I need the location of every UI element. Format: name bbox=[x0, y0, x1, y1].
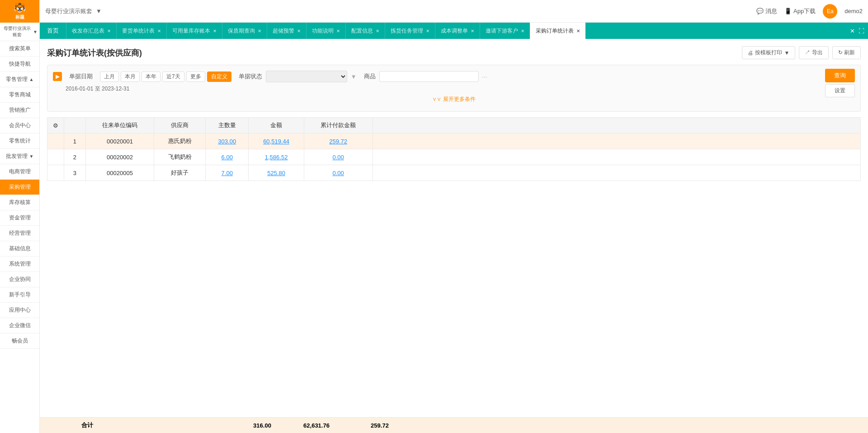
tab-overstock-warning[interactable]: 超储预警 ✕ bbox=[267, 23, 306, 39]
org-display: 母婴行业演示账套 bbox=[45, 7, 92, 15]
close-icon[interactable]: ✕ bbox=[426, 29, 429, 33]
print-button[interactable]: 🖨 按模板打印 ▼ bbox=[742, 46, 795, 59]
goods-input[interactable] bbox=[379, 71, 479, 82]
close-icon[interactable]: ✕ bbox=[521, 29, 524, 33]
tab-collection-summary[interactable]: 收发存汇总表 ✕ bbox=[66, 23, 116, 39]
close-icon[interactable]: ✕ bbox=[376, 29, 379, 33]
row-amount-cell[interactable]: 1,586.52 bbox=[249, 149, 304, 165]
tab-function-desc[interactable]: 功能说明 ✕ bbox=[306, 23, 345, 39]
close-icon[interactable]: ✕ bbox=[297, 29, 301, 33]
sidebar-item-marketing[interactable]: 营销推广 bbox=[0, 103, 39, 118]
sidebar-item-search[interactable]: 搜索英单 bbox=[0, 41, 39, 57]
sidebar-item-member[interactable]: 会员中心 bbox=[0, 118, 39, 133]
date-this-month[interactable]: 本月 bbox=[121, 71, 140, 82]
app-download-btn[interactable]: 📱 App下载 bbox=[784, 7, 816, 15]
row-qty-cell[interactable]: 6.00 bbox=[205, 149, 249, 165]
status-select[interactable] bbox=[266, 71, 347, 82]
date-more[interactable]: 更多 bbox=[186, 71, 205, 82]
tab-invite-customer[interactable]: 邀请下游客户 ✕ bbox=[480, 23, 530, 39]
sidebar-item-ecommerce[interactable]: 电商管理 bbox=[0, 164, 39, 180]
sidebar-item-finance[interactable]: 资金管理 bbox=[0, 210, 39, 226]
sidebar-item-membership[interactable]: 畅会员 bbox=[0, 333, 39, 349]
print-dropdown-icon: ▼ bbox=[784, 50, 789, 56]
close-icon[interactable]: ✕ bbox=[258, 29, 261, 33]
table-row: 2 00020002 飞鹤奶粉 6.00 1,586.52 0.00 bbox=[47, 149, 861, 165]
sidebar-item-quick-nav[interactable]: 快捷导航 bbox=[0, 57, 39, 72]
col-qty-header: 主数量 bbox=[205, 118, 249, 133]
close-icon[interactable]: ✕ bbox=[157, 29, 161, 33]
tab-close-all-icon[interactable]: ✕ bbox=[850, 28, 855, 34]
sidebar-item-enterprise[interactable]: 企业协同 bbox=[0, 272, 39, 287]
tab-label: 功能说明 bbox=[312, 27, 334, 35]
tab-picking-task[interactable]: 拣货任务管理 ✕ bbox=[385, 23, 435, 39]
filter-toggle-button[interactable]: ▶ bbox=[53, 72, 62, 81]
tab-label: 拣货任务管理 bbox=[391, 27, 423, 35]
wholesale-arrow-icon: ▼ bbox=[29, 154, 34, 159]
refresh-button[interactable]: ↻ 刷新 bbox=[832, 46, 861, 59]
tab-label: 成本调整单 bbox=[441, 27, 468, 35]
sidebar-item-operation[interactable]: 经营管理 bbox=[0, 226, 39, 241]
row-paid-cell[interactable]: 0.00 bbox=[304, 149, 373, 165]
row-amount-cell[interactable]: 60,519.44 bbox=[249, 133, 304, 149]
close-icon[interactable]: ✕ bbox=[107, 29, 111, 33]
sidebar-item-retail-stat[interactable]: 零售统计 bbox=[0, 133, 39, 149]
row-qty-cell[interactable]: 7.00 bbox=[205, 165, 249, 181]
org-selector[interactable]: 母婴行业演示账套 ▼ bbox=[0, 23, 39, 41]
tab-available-stock[interactable]: 可用量库存账本 ✕ bbox=[166, 23, 222, 39]
date-this-year[interactable]: 本年 bbox=[142, 71, 160, 82]
row-index-cell: 3 bbox=[64, 165, 86, 181]
tab-goods-summary[interactable]: 要货单统计表 ✕ bbox=[116, 23, 166, 39]
filter-row: ▶ 单据日期 上月 本月 本年 近7天 更多 自定义 单据状态 bbox=[53, 71, 855, 82]
date-last-7[interactable]: 近7天 bbox=[162, 71, 184, 82]
table-row: 3 00020005 好孩子 7.00 525.80 0.00 bbox=[47, 165, 861, 181]
sidebar-item-newbie[interactable]: 新手引导 bbox=[0, 287, 39, 303]
footer-paid: 259.72 bbox=[344, 422, 416, 429]
sidebar-item-inventory[interactable]: 库存核算 bbox=[0, 195, 39, 210]
tab-maximize-icon[interactable]: ⛶ bbox=[859, 28, 864, 34]
sidebar-item-purchase[interactable]: 采购管理 bbox=[0, 180, 39, 195]
row-amount-cell[interactable]: 525.80 bbox=[249, 165, 304, 181]
close-icon[interactable]: ✕ bbox=[213, 29, 217, 33]
sidebar-item-wholesale[interactable]: 批发管理 ▼ bbox=[0, 149, 39, 164]
goods-more-icon[interactable]: ··· bbox=[482, 73, 487, 80]
date-last-month[interactable]: 上月 bbox=[100, 71, 119, 82]
tab-expiry-query[interactable]: 保质期查询 ✕ bbox=[222, 23, 267, 39]
expand-more-btn[interactable]: ∨∨ 展开更多条件 bbox=[53, 93, 855, 106]
col-settings-header[interactable]: ⚙ bbox=[47, 118, 64, 133]
close-icon[interactable]: ✕ bbox=[336, 29, 340, 33]
row-index-cell: 2 bbox=[64, 149, 86, 165]
message-btn[interactable]: 💬 消息 bbox=[756, 7, 777, 15]
sidebar-item-label: 零售管理 bbox=[6, 76, 28, 83]
settings-button[interactable]: 设置 bbox=[825, 84, 855, 97]
expand-label: 展开更多条件 bbox=[443, 96, 476, 102]
sidebar-item-app-center[interactable]: 应用中心 bbox=[0, 303, 39, 318]
sidebar-item-basic[interactable]: 基础信息 bbox=[0, 241, 39, 257]
row-qty-cell[interactable]: 303.00 bbox=[205, 133, 249, 149]
tab-home[interactable]: 首页 bbox=[40, 23, 66, 39]
tab-purchase-summary[interactable]: 采购订单统计表 ✕ bbox=[530, 23, 585, 39]
row-paid-cell[interactable]: 259.72 bbox=[304, 133, 373, 149]
sidebar-item-enterprise-wechat[interactable]: 企业微信 bbox=[0, 318, 39, 333]
sidebar-item-label: 零售商城 bbox=[2, 91, 38, 99]
sidebar-item-system[interactable]: 系统管理 bbox=[0, 257, 39, 272]
table-footer: 合计 316.00 62,631.76 259.72 bbox=[40, 417, 868, 433]
date-custom[interactable]: 自定义 bbox=[207, 71, 231, 82]
tab-config-info[interactable]: 配置信息 ✕ bbox=[345, 23, 385, 39]
row-code-cell: 00020005 bbox=[85, 165, 154, 181]
sidebar-item-retail[interactable]: 零售管理 ▲ bbox=[0, 72, 39, 87]
sidebar-item-label: 零售统计 bbox=[2, 137, 38, 145]
close-icon[interactable]: ✕ bbox=[471, 29, 474, 33]
tab-cost-adjust[interactable]: 成本调整单 ✕ bbox=[435, 23, 480, 39]
refresh-icon: ↻ bbox=[838, 49, 843, 56]
app-download-icon: 📱 bbox=[784, 8, 792, 14]
query-button[interactable]: 查询 bbox=[825, 69, 855, 82]
print-label: 按模板打印 bbox=[755, 49, 782, 57]
col-paid-header: 累计付款金额 bbox=[304, 118, 373, 133]
close-icon[interactable]: ✕ bbox=[576, 29, 580, 33]
user-avatar[interactable]: Ea bbox=[823, 4, 837, 19]
settings-icon: ⚙ bbox=[53, 122, 58, 129]
export-button[interactable]: ↗ 导出 bbox=[799, 46, 828, 59]
footer-label: 合计 bbox=[81, 421, 163, 429]
sidebar-item-retail-shop[interactable]: 零售商城 bbox=[0, 87, 39, 103]
row-paid-cell[interactable]: 0.00 bbox=[304, 165, 373, 181]
